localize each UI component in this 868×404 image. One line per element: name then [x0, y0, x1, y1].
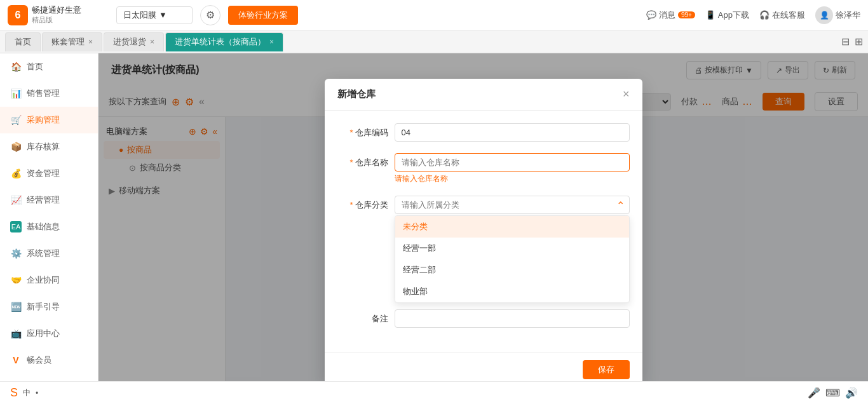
name-error-msg: 请输入仓库名称 — [395, 173, 630, 184]
online-service-btn[interactable]: 🎧 在线客服 — [759, 10, 805, 21]
collab-icon: 🤝 — [10, 274, 22, 286]
category-input-wrap: ⌃ 未分类 经营一部 经营二部 物业部 — [395, 196, 630, 303]
sidebar-item-collab[interactable]: 🤝 企业协同 — [0, 267, 98, 293]
home-icon: 🏠 — [10, 61, 22, 72]
guide-icon: 🆕 — [10, 301, 22, 313]
mic-icon[interactable]: 🎤 — [808, 387, 820, 399]
header-middle: 日太阳膜 ▼ ⚙ 体验行业方案 — [106, 5, 646, 25]
remark-input-wrap — [395, 309, 630, 328]
name-input-wrap: 请输入仓库名称 — [395, 153, 630, 184]
bottom-left: S 中 • — [10, 386, 38, 400]
dropdown-item-property[interactable]: 物业部 — [395, 281, 629, 302]
system-icon: ⚙️ — [10, 248, 22, 259]
headset-icon: 🎧 — [759, 10, 770, 20]
experience-button[interactable]: 体验行业方案 — [228, 6, 298, 25]
user-area[interactable]: 👤 徐泽华 — [815, 6, 860, 24]
tab-purchase-stat[interactable]: 进货单统计表（按商品） × — [165, 32, 283, 51]
avatar: 👤 — [815, 6, 833, 24]
dropdown-item-ops1[interactable]: 经营一部 — [395, 238, 629, 259]
settings-icon[interactable]: ⚙ — [200, 5, 220, 25]
sidebar-item-sales[interactable]: 📊 销售管理 — [0, 80, 98, 107]
warehouse-category-input[interactable] — [395, 196, 630, 214]
sidebar-item-finance[interactable]: 💰 资金管理 — [0, 160, 98, 187]
vip-icon: V — [10, 354, 22, 366]
form-row-code: 仓库编码 — [337, 123, 630, 142]
save-button[interactable]: 保存 — [583, 360, 630, 379]
message-icon: 💬 — [646, 10, 656, 20]
remark-label: 备注 — [337, 309, 388, 325]
logo-icon: 6 — [8, 5, 28, 25]
warehouse-code-input[interactable] — [395, 123, 630, 142]
chevron-down-icon: ▼ — [159, 10, 167, 20]
basics-icon: EA — [10, 221, 22, 232]
sales-icon: 📊 — [10, 88, 22, 99]
tab-home[interactable]: 首页 — [5, 32, 41, 51]
phone-icon: 📱 — [705, 10, 715, 20]
dialog-header: 新增仓库 × — [325, 79, 642, 111]
header-right: 💬 消息 99+ 📱 App下载 🎧 在线客服 👤 徐泽华 — [646, 6, 860, 24]
form-row-name: 仓库名称 请输入仓库名称 — [337, 153, 630, 184]
sidebar: 🏠 首页 📊 销售管理 🛒 采购管理 📦 库存核算 💰 资金管理 📈 经营管理 … — [0, 53, 98, 404]
code-label: 仓库编码 — [337, 123, 388, 138]
bottom-right: 🎤 ⌨ 🔊 — [808, 387, 858, 399]
category-dropdown: 未分类 经营一部 经营二部 物业部 — [395, 215, 630, 303]
expand-icon[interactable]: ⊞ — [855, 36, 863, 48]
store-selector[interactable]: 日太阳膜 ▼ — [116, 6, 193, 24]
inventory-icon: 📦 — [10, 141, 22, 152]
tab-accounts[interactable]: 账套管理 × — [42, 32, 102, 51]
minimize-icon[interactable]: ⊟ — [841, 36, 850, 48]
sidebar-item-purchase[interactable]: 🛒 采购管理 — [0, 107, 98, 133]
sidebar-item-basics[interactable]: EA 基础信息 — [0, 213, 98, 240]
category-label: 仓库分类 — [337, 196, 388, 211]
remark-input[interactable] — [395, 309, 630, 328]
app-download-btn[interactable]: 📱 App下载 — [705, 10, 749, 21]
sidebar-item-inventory[interactable]: 📦 库存核算 — [0, 133, 98, 160]
dialog-title: 新增仓库 — [337, 88, 376, 100]
form-row-remark: 备注 — [337, 309, 630, 328]
dropdown-item-unclassified[interactable]: 未分类 — [395, 216, 629, 238]
sidebar-item-vip[interactable]: V 畅会员 — [0, 347, 98, 374]
tab-controls: ⊟ ⊞ — [841, 36, 863, 48]
chevron-up-icon[interactable]: ⌃ — [616, 199, 625, 211]
close-icon[interactable]: × — [269, 37, 274, 46]
add-warehouse-dialog: 新增仓库 × 仓库编码 仓库名称 请输入仓库名称 仓库分类 — [325, 79, 642, 387]
sn-logo: S — [10, 386, 18, 400]
dialog-body: 仓库编码 仓库名称 请输入仓库名称 仓库分类 ⌃ — [325, 111, 642, 352]
speaker-icon[interactable]: 🔊 — [845, 387, 858, 399]
modal-overlay: 新增仓库 × 仓库编码 仓库名称 请输入仓库名称 仓库分类 — [98, 53, 868, 381]
category-input-suffix: ⌃ — [395, 196, 630, 214]
warehouse-name-input[interactable] — [395, 153, 630, 172]
dialog-close-button[interactable]: × — [623, 88, 630, 101]
code-input-wrap — [395, 123, 630, 142]
top-header: 6 畅捷通好生意 精品版 日太阳膜 ▼ ⚙ 体验行业方案 💬 消息 99+ 📱 … — [0, 0, 868, 30]
sidebar-item-guide[interactable]: 🆕 新手引导 — [0, 293, 98, 320]
tab-purchase-return[interactable]: 进货退货 × — [104, 32, 164, 51]
messages-btn[interactable]: 💬 消息 99+ — [646, 10, 695, 21]
apps-icon: 📺 — [10, 328, 22, 339]
close-icon[interactable]: × — [150, 37, 154, 46]
operations-icon: 📈 — [10, 194, 22, 206]
keyboard-icon[interactable]: ⌨ — [825, 387, 840, 399]
purchase-icon: 🛒 — [10, 114, 22, 126]
form-row-category: 仓库分类 ⌃ 未分类 经营一部 经营二部 物业部 — [337, 196, 630, 303]
dropdown-item-ops2[interactable]: 经营二部 — [395, 259, 629, 281]
close-icon[interactable]: × — [88, 37, 93, 46]
tab-bar: 首页 账套管理 × 进货退货 × 进货单统计表（按商品） × ⊟ ⊞ — [0, 30, 868, 53]
bottom-bar: S 中 • 🎤 ⌨ 🔊 — [0, 381, 868, 404]
finance-icon: 💰 — [10, 168, 22, 179]
name-label: 仓库名称 — [337, 153, 388, 168]
brand-text: 畅捷通好生意 精品版 — [32, 5, 81, 25]
sidebar-item-system[interactable]: ⚙️ 系统管理 — [0, 240, 98, 267]
sidebar-item-apps[interactable]: 📺 应用中心 — [0, 320, 98, 347]
sidebar-item-operations[interactable]: 📈 经营管理 — [0, 187, 98, 213]
logo-area: 6 畅捷通好生意 精品版 — [8, 5, 106, 25]
sidebar-item-home[interactable]: 🏠 首页 — [0, 53, 98, 80]
